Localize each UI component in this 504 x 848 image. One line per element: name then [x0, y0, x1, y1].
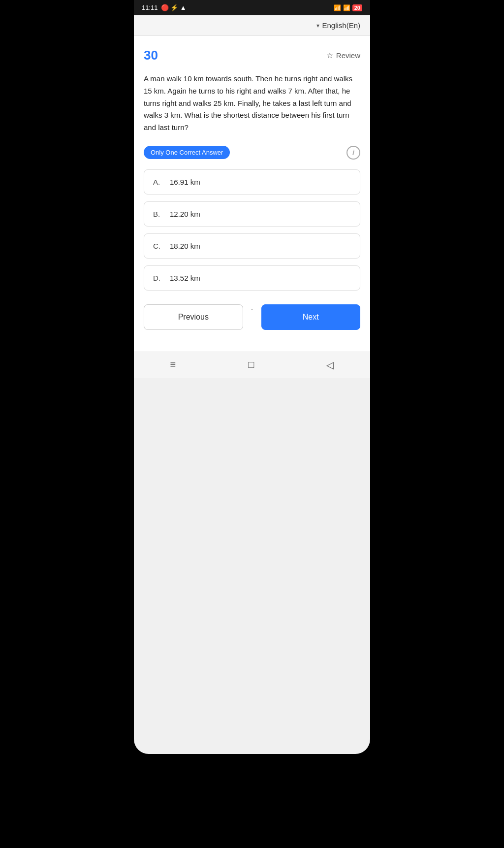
below-phone-space [134, 754, 370, 848]
star-icon: ☆ [326, 51, 333, 60]
options-list: A. 16.91 km B. 12.20 km C. 18.20 km D. 1… [144, 169, 360, 291]
screen: ▾ English(En) 30 ☆ Review A man walk 10 … [134, 15, 370, 754]
home-icon[interactable]: □ [248, 359, 254, 370]
option-b-letter: B. [153, 210, 163, 218]
status-right: 📶 📶 20 [334, 4, 362, 11]
option-c[interactable]: C. 18.20 km [144, 233, 360, 259]
menu-icon[interactable]: ≡ [170, 359, 176, 370]
info-icon[interactable]: i [346, 146, 360, 160]
language-label: English(En) [322, 21, 360, 30]
option-d[interactable]: D. 13.52 km [144, 265, 360, 291]
option-c-text: 18.20 km [170, 242, 200, 250]
battery-badge: 20 [352, 4, 362, 11]
top-bar: ▾ English(En) [134, 15, 370, 36]
option-b-text: 12.20 km [170, 210, 200, 218]
bottom-nav: ≡ □ ◁ [134, 352, 370, 378]
content-area: 30 ☆ Review A man walk 10 km towards sou… [134, 36, 370, 352]
answer-type-row: Only One Correct Answer i [144, 146, 360, 160]
option-d-letter: D. [153, 274, 163, 282]
answer-type-badge: Only One Correct Answer [144, 146, 230, 159]
status-left: 11:11 🔴 ⚡ ▲ [142, 4, 187, 11]
option-a-text: 16.91 km [170, 178, 200, 186]
review-label: Review [336, 51, 360, 60]
next-button[interactable]: Next [261, 304, 361, 330]
back-icon[interactable]: ◁ [326, 359, 334, 371]
review-button[interactable]: ☆ Review [326, 51, 360, 60]
question-header: 30 ☆ Review [144, 48, 360, 63]
option-c-letter: C. [153, 242, 163, 250]
option-b[interactable]: B. 12.20 km [144, 201, 360, 227]
status-bar: 11:11 🔴 ⚡ ▲ 📶 📶 20 [134, 0, 370, 15]
time-display: 11:11 [142, 4, 158, 11]
nav-buttons: Previous · Next [144, 304, 360, 330]
language-selector[interactable]: ▾ English(En) [316, 21, 360, 30]
previous-button[interactable]: Previous [144, 304, 243, 330]
notification-icons: 🔴 ⚡ ▲ [161, 4, 187, 11]
chevron-down-icon: ▾ [316, 22, 319, 29]
dot-separator: · [251, 304, 253, 330]
question-text: A man walk 10 km towards south. Then he … [144, 73, 360, 134]
option-a[interactable]: A. 16.91 km [144, 169, 360, 195]
option-d-text: 13.52 km [170, 274, 200, 282]
question-number: 30 [144, 48, 158, 63]
option-a-letter: A. [153, 178, 163, 186]
signal-icons: 📶 📶 [334, 4, 350, 11]
